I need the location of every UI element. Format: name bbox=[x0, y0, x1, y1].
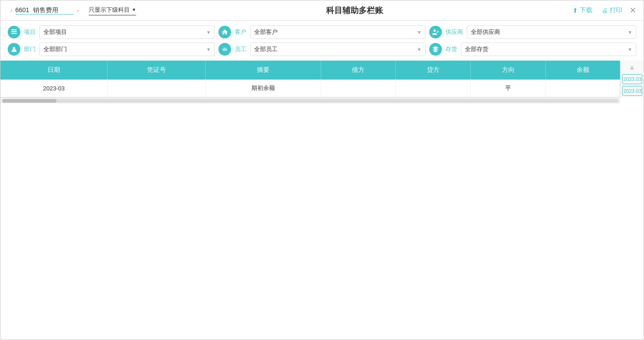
col-balance: 余额 bbox=[546, 61, 620, 80]
inventory-icon bbox=[429, 43, 442, 56]
cell-debit bbox=[321, 80, 396, 97]
header: ‹ › 只显示下级科目 ▼ 科目辅助多栏账 ⬆ 下载 🖨 打印 ✕ bbox=[0, 0, 644, 21]
employee-value: 全部员工 bbox=[254, 45, 278, 53]
header-actions: ⬆ 下载 🖨 打印 bbox=[573, 6, 622, 14]
svg-rect-1 bbox=[11, 31, 17, 32]
department-icon bbox=[8, 43, 20, 56]
svg-rect-2 bbox=[11, 33, 17, 34]
col-credit: 贷方 bbox=[396, 61, 471, 80]
svg-rect-6 bbox=[223, 48, 227, 48]
filter-row-employee: 员工 全部员工 ▼ bbox=[218, 42, 426, 56]
supplier-label: 供应商 bbox=[445, 28, 463, 36]
svg-rect-7 bbox=[223, 50, 227, 51]
timeline-month-4[interactable]: 4月 bbox=[628, 97, 636, 97]
filter-row-project: 项目 全部项目 ▼ bbox=[8, 25, 215, 39]
cell-summary: 期初余额 bbox=[206, 80, 321, 97]
cell-direction: 平 bbox=[471, 80, 546, 97]
employee-icon bbox=[218, 43, 231, 56]
project-value: 全部项目 bbox=[43, 28, 67, 36]
bottom-scrollbar[interactable] bbox=[0, 97, 620, 104]
next-account-btn[interactable]: › bbox=[74, 6, 82, 15]
svg-point-3 bbox=[433, 29, 436, 32]
timeline-range-start[interactable]: 2023.03 bbox=[622, 74, 642, 84]
cell-date: 2023-03 bbox=[0, 80, 108, 97]
department-label: 部门 bbox=[24, 45, 36, 53]
download-icon: ⬆ bbox=[573, 7, 578, 14]
cell-balance bbox=[546, 80, 620, 97]
svg-rect-5 bbox=[222, 49, 227, 49]
filter-panel: 项目 全部项目 ▼ 客户 全部客户 ▼ 供应商 全部供应商 ▼ bbox=[0, 21, 644, 61]
inventory-arrow-icon: ▼ bbox=[628, 47, 632, 52]
supplier-select[interactable]: 全部供应商 ▼ bbox=[467, 25, 636, 39]
scroll-thumb[interactable] bbox=[2, 99, 57, 103]
table-header-row: 日期 凭证号 摘要 借方 贷方 方向 余额 bbox=[0, 61, 620, 80]
supplier-icon bbox=[429, 26, 442, 38]
table-scroll[interactable]: 日期 凭证号 摘要 借方 贷方 方向 余额 2023-03 期初余额 bbox=[0, 61, 620, 97]
col-voucher: 凭证号 bbox=[108, 61, 206, 80]
show-sub-label: 只显示下级科目 bbox=[89, 6, 130, 14]
prev-account-btn[interactable]: ‹ bbox=[8, 6, 15, 15]
department-value: 全部部门 bbox=[43, 45, 67, 53]
supplier-arrow-icon: ▼ bbox=[628, 30, 632, 35]
customer-arrow-icon: ▼ bbox=[417, 30, 421, 35]
col-direction: 方向 bbox=[471, 61, 546, 80]
customer-select[interactable]: 全部客户 ▼ bbox=[250, 25, 426, 39]
inventory-value: 全部存货 bbox=[465, 45, 488, 53]
cell-credit bbox=[396, 80, 471, 97]
inventory-label: 存货 bbox=[445, 45, 457, 53]
supplier-value: 全部供应商 bbox=[471, 28, 500, 36]
main-window: ‹ › 只显示下级科目 ▼ 科目辅助多栏账 ⬆ 下载 🖨 打印 ✕ bbox=[0, 0, 644, 340]
inventory-select[interactable]: 全部存货 ▼ bbox=[461, 42, 636, 56]
table-area: 日期 凭证号 摘要 借方 贷方 方向 余额 2023-03 期初余额 bbox=[0, 61, 644, 97]
filter-row-inventory: 存货 全部存货 ▼ bbox=[429, 42, 636, 56]
employee-label: 员工 bbox=[235, 45, 246, 53]
print-icon: 🖨 bbox=[601, 7, 608, 14]
show-sub-arrow-icon: ▼ bbox=[132, 7, 136, 12]
table-row: 2023-03 期初余额 平 bbox=[0, 80, 620, 97]
customer-value: 全部客户 bbox=[254, 28, 278, 36]
employee-arrow-icon: ▼ bbox=[417, 47, 421, 52]
svg-rect-0 bbox=[11, 29, 17, 30]
department-select[interactable]: 全部部门 ▼ bbox=[39, 42, 215, 56]
close-btn[interactable]: ✕ bbox=[630, 5, 636, 15]
col-debit: 借方 bbox=[321, 61, 396, 80]
customer-icon bbox=[218, 26, 231, 38]
department-arrow-icon: ▼ bbox=[206, 47, 211, 52]
svg-point-4 bbox=[13, 47, 15, 49]
account-code-input[interactable] bbox=[15, 7, 74, 14]
cell-voucher bbox=[108, 80, 206, 97]
page-title: 科目辅助多栏账 bbox=[136, 5, 573, 16]
col-date: 日期 bbox=[0, 61, 108, 80]
account-code-area bbox=[15, 7, 74, 14]
print-label: 打印 bbox=[610, 6, 622, 14]
scroll-track bbox=[2, 99, 618, 103]
project-icon bbox=[8, 26, 20, 38]
employee-select[interactable]: 全部员工 ▼ bbox=[250, 42, 426, 56]
download-btn[interactable]: ⬆ 下载 bbox=[573, 6, 592, 14]
filter-row-department: 部门 全部部门 ▼ bbox=[8, 42, 215, 56]
project-label: 项目 bbox=[24, 28, 36, 36]
customer-label: 客户 bbox=[235, 28, 246, 36]
show-sub-toggle[interactable]: 只显示下级科目 ▼ bbox=[89, 6, 136, 15]
filter-row-customer: 客户 全部客户 ▼ bbox=[218, 25, 426, 39]
project-arrow-icon: ▼ bbox=[206, 30, 211, 35]
print-btn[interactable]: 🖨 打印 bbox=[601, 6, 622, 14]
project-select[interactable]: 全部项目 ▼ bbox=[39, 25, 215, 39]
download-label: 下载 bbox=[580, 6, 592, 14]
col-summary: 摘要 bbox=[206, 61, 321, 80]
side-timeline: ▲ 2023.03 2023.03 4月 5月 6月 7月 8月 9月 10月 … bbox=[620, 61, 644, 97]
data-table: 日期 凭证号 摘要 借方 贷方 方向 余额 2023-03 期初余额 bbox=[0, 61, 620, 97]
timeline-up-btn[interactable]: ▲ bbox=[627, 61, 638, 73]
timeline-range-end[interactable]: 2023.03 bbox=[622, 86, 642, 96]
filter-row-supplier: 供应商 全部供应商 ▼ bbox=[429, 25, 636, 39]
